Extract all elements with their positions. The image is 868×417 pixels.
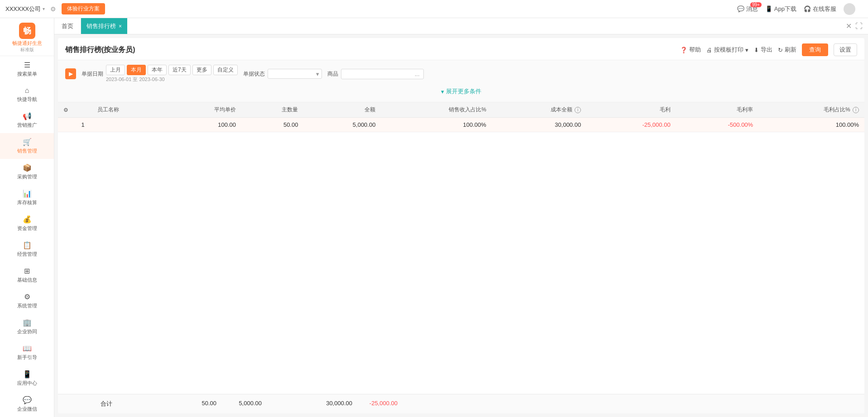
sidebar-item-enterprise[interactable]: 🏢 企业协同 [0,314,54,340]
cell-qty: 50.00 [241,118,303,132]
sidebar-item-finance[interactable]: 💰 资金管理 [0,211,54,236]
main-layout: 畅 畅捷通好生意 标准版 ☰ 搜索菜单 ⌂ 快捷导航 📢 营销推广 🛒 销售管理… [0,18,868,417]
status-filter-label: 单据状态 [243,70,265,78]
online-service-button[interactable]: 🎧 在线客服 [804,5,836,13]
page-actions: ❓ 帮助 🖨 按模板打印 ▾ ⬇ 导出 ↻ 刷新 [680,43,857,56]
cell-gross-pct: 100.00% [758,118,864,132]
sidebar-item-wechat[interactable]: 💬 企业微信 [0,391,54,417]
sidebar-item-label: 搜索菜单 [17,71,37,77]
status-select[interactable] [268,69,322,79]
help-icon: ❓ [680,47,687,53]
filter-main-row: ▶ 单据日期 上月 本月 本年 近7天 更多 自定义 [65,65,857,83]
logo-icon: 畅 [19,23,35,39]
table-footer: 合计 50.00 5,000.00 30,000.00 -25,000.00 [58,394,864,413]
message-button[interactable]: 💬 消息 99+ [737,5,758,13]
print-icon: 🖨 [706,47,712,53]
footer-row: 合计 50.00 5,000.00 30,000.00 -25,000.00 [63,398,859,410]
tab-home[interactable]: 首页 [54,18,81,34]
footer-avg-price [149,398,186,410]
col-gross: 毛利 [586,102,676,118]
sales-icon: 🛒 [23,138,32,146]
apps-icon: 📱 [23,370,32,379]
tab-close-window-icon[interactable]: ✕ [846,22,852,30]
sidebar-item-inventory[interactable]: 📊 库存核算 [0,185,54,211]
footer-label: 合计 [95,398,149,410]
company-name: XXXXXX公司 [5,5,41,13]
tab-fullscreen-icon[interactable]: ⛶ [855,22,863,30]
avatar[interactable] [844,3,855,15]
date-btn-custom[interactable]: 自定义 [213,65,238,75]
cell-name [92,118,167,132]
gross-pct-info-icon[interactable]: i [853,107,859,113]
enterprise-icon: 🏢 [23,318,32,327]
date-btn-last-month[interactable]: 上月 [106,65,125,75]
export-icon: ⬇ [754,47,759,53]
col-settings[interactable]: ⚙ [58,102,74,118]
sidebar-item-operations[interactable]: 📋 经营管理 [0,236,54,262]
filter-arrow-button[interactable]: ▶ [65,68,76,79]
help-button[interactable]: ❓ 帮助 [680,46,701,54]
trial-button[interactable]: 体验行业方案 [62,3,105,14]
company-selector[interactable]: XXXXXX公司 ▾ [5,5,45,13]
expand-conditions-button[interactable]: ▾ 展开更多条件 [441,86,481,97]
message-icon: 💬 [737,5,744,12]
tab-label: 销售排行榜 [86,22,116,30]
logo-sub: 标准版 [20,47,34,53]
col-gross-rate: 毛利率 [676,102,759,118]
date-btn-this-month[interactable]: 本月 [127,65,146,75]
goods-input[interactable] [345,71,413,77]
footer-qty: 50.00 [186,398,222,410]
cell-amount: 5,000.00 [303,118,381,132]
sidebar-item-label: 资金管理 [17,225,37,232]
col-name: 员工名称 [92,102,167,118]
sidebar-item-system[interactable]: ⚙ 系统管理 [0,288,54,314]
sidebar-item-apps[interactable]: 📱 应用中心 [0,365,54,391]
refresh-icon: ↻ [778,47,783,53]
date-btn-7days[interactable]: 近7天 [168,65,191,75]
sidebar-item-basic[interactable]: ⊞ 基础信息 [0,262,54,288]
message-badge: 99+ [750,2,762,7]
date-btn-more[interactable]: 更多 [192,65,211,75]
table-row: 1 100.00 50.00 5,000.00 100.00% 30,000.0… [58,118,864,132]
goods-dots-button[interactable]: ... [415,71,420,77]
refresh-button[interactable]: ↻ 刷新 [778,46,796,54]
logo-text: 畅捷通好生意 [12,40,42,47]
sidebar-item-label: 新手引导 [17,354,37,361]
footer-empty [63,398,95,410]
goods-input-wrapper: ... [341,69,424,79]
query-button[interactable]: 查询 [802,43,828,56]
date-range-text: 2023-06-01 至 2023-06-30 [106,76,238,83]
cost-info-icon[interactable]: i [575,107,581,113]
sidebar-item-nav[interactable]: ⌂ 快捷导航 [0,82,54,107]
table-header-row: ⚙ 员工名称 平均单价 主数量 全额 销售收入占比% 成本全额 i 毛利 毛利率… [58,102,864,118]
content-area: 首页 销售排行榜 × ✕ ⛶ 销售排行榜(按业务员) ❓ 帮助 [54,18,868,417]
print-button[interactable]: 🖨 按模板打印 ▾ [706,46,748,54]
date-filter-group: 单据日期 上月 本月 本年 近7天 更多 自定义 2023-06-01 至 20… [82,65,238,83]
sidebar: 畅 畅捷通好生意 标准版 ☰ 搜索菜单 ⌂ 快捷导航 📢 营销推广 🛒 销售管理… [0,18,54,417]
goods-filter-label: 商品 [327,70,338,78]
data-table: ⚙ 员工名称 平均单价 主数量 全额 销售收入占比% 成本全额 i 毛利 毛利率… [58,102,864,132]
sidebar-item-label: 采购管理 [17,173,37,180]
top-bar: XXXXXX公司 ▾ ⚙ 体验行业方案 💬 消息 99+ 📱 App下载 🎧 在… [0,0,868,18]
purchase-icon: 📦 [23,163,32,172]
cell-avg-price: 100.00 [167,118,241,132]
sidebar-item-label: 库存核算 [17,199,37,206]
sidebar-item-guide[interactable]: 📖 新手引导 [0,340,54,365]
settings-button[interactable]: 设置 [834,43,857,56]
app-download-button[interactable]: 📱 App下载 [765,5,796,13]
wechat-icon: 💬 [23,396,32,404]
tab-sales-ranking[interactable]: 销售排行榜 × [81,18,127,34]
col-gross-pct: 毛利占比% i [758,102,864,118]
sidebar-item-purchase[interactable]: 📦 采购管理 [0,159,54,185]
settings-icon[interactable]: ⚙ [50,5,56,13]
col-amount: 全额 [303,102,381,118]
sidebar-item-sales[interactable]: 🛒 销售管理 [0,133,54,159]
guide-icon: 📖 [23,344,32,353]
date-btn-this-year[interactable]: 本年 [148,65,167,75]
marketing-icon: 📢 [23,112,32,120]
tab-close-icon[interactable]: × [119,23,122,29]
sidebar-item-label: 应用中心 [17,380,37,387]
sidebar-item-marketing[interactable]: 📢 营销推广 [0,107,54,133]
sidebar-item-search[interactable]: ☰ 搜索菜单 [0,56,54,82]
export-button[interactable]: ⬇ 导出 [754,46,772,54]
